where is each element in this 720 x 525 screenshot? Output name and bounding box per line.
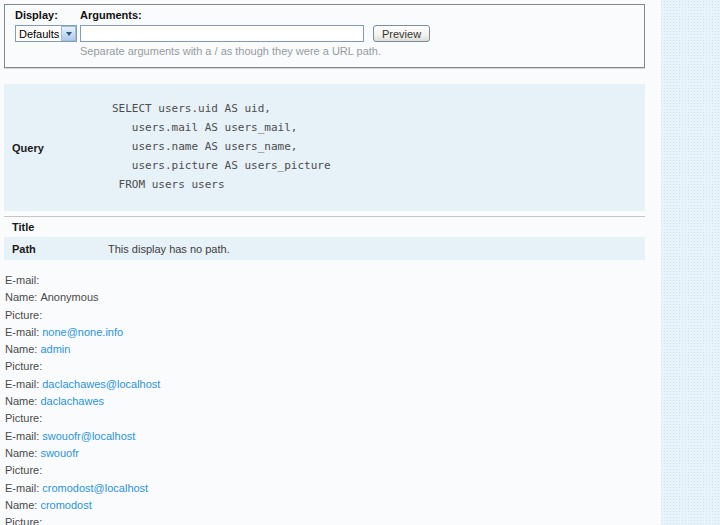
field-value: admin (40, 343, 70, 355)
field-row: Picture: (5, 358, 661, 375)
field-row: Name:daclachawes (5, 393, 661, 410)
field-label: Name: (5, 395, 37, 407)
preview-controls-fieldset: Display: Defaults Arguments: Preview Sep… (4, 4, 645, 68)
user-link[interactable]: none@none.info (42, 326, 123, 338)
query-label: Query (4, 84, 108, 211)
field-row: Picture: (5, 307, 661, 324)
user-link[interactable]: swouofr@localhost (42, 430, 135, 442)
user-link[interactable]: admin (40, 343, 70, 355)
field-label: E-mail: (5, 430, 39, 442)
field-label: E-mail: (5, 482, 39, 494)
arguments-label: Arguments: (80, 9, 639, 22)
field-row: Name:cromodost (5, 497, 661, 514)
display-select-value: Defaults (16, 28, 61, 40)
path-value: This display has no path. (108, 243, 230, 255)
path-label: Path (4, 243, 108, 255)
field-label: Picture: (5, 360, 42, 372)
query-sql: SELECT users.uid AS uid, users.mail AS u… (108, 84, 645, 211)
field-label: E-mail: (5, 326, 39, 338)
field-value: swouofr@localhost (42, 430, 135, 442)
field-label: Name: (5, 343, 37, 355)
field-row: E-mail:daclachawes@localhost (5, 376, 661, 393)
field-row: Name:admin (5, 341, 661, 358)
field-value: daclachawes (40, 395, 104, 407)
field-row: Picture: (5, 410, 661, 427)
user-link[interactable]: daclachawes@localhost (42, 378, 160, 390)
display-select[interactable]: Defaults (15, 25, 77, 42)
field-value: swouofr (40, 447, 79, 459)
chevron-down-icon[interactable] (61, 26, 76, 41)
field-row: Name:Anonymous (5, 289, 661, 306)
view-info-table: Query SELECT users.uid AS uid, users.mai… (4, 84, 645, 260)
user-link[interactable]: cromodost@localhost (42, 482, 148, 494)
field-row: Name:swouofr (5, 445, 661, 462)
field-row: E-mail:none@none.info (5, 324, 661, 341)
results-list: E-mail: Name:Anonymous Picture: E-mail:n… (5, 272, 661, 525)
field-label: Name: (5, 291, 37, 303)
field-label: Picture: (5, 412, 42, 424)
field-label: Name: (5, 447, 37, 459)
field-value: cromodost@localhost (42, 482, 148, 494)
field-row: E-mail:cromodost@localhost (5, 480, 661, 497)
field-value: none@none.info (42, 326, 123, 338)
field-label: Picture: (5, 464, 42, 476)
field-label: Picture: (5, 309, 42, 321)
path-row: Path This display has no path. (4, 237, 645, 260)
user-link[interactable]: cromodost (40, 499, 91, 511)
display-column: Display: Defaults (15, 9, 79, 42)
field-label: E-mail: (5, 378, 39, 390)
user-link[interactable]: daclachawes (40, 395, 104, 407)
field-label: E-mail: (5, 274, 39, 286)
field-row: Picture: (5, 462, 661, 479)
arguments-column: Arguments: Preview Separate arguments wi… (80, 9, 639, 57)
main-content: Display: Defaults Arguments: Preview Sep… (0, 0, 661, 525)
arguments-description: Separate arguments with a / as though th… (80, 45, 639, 57)
field-value: daclachawes@localhost (42, 378, 160, 390)
title-label: Title (4, 221, 108, 233)
field-row: E-mail:swouofr@localhost (5, 428, 661, 445)
user-link[interactable]: swouofr (40, 447, 79, 459)
field-value: cromodost (40, 499, 91, 511)
arguments-input[interactable] (80, 25, 364, 42)
field-row: E-mail: (5, 272, 661, 289)
field-label: Name: (5, 499, 37, 511)
display-label: Display: (15, 9, 79, 22)
title-row: Title (4, 216, 645, 237)
field-row: Picture: (5, 514, 661, 525)
field-value: Anonymous (40, 291, 98, 303)
preview-button[interactable]: Preview (373, 25, 430, 42)
field-label: Picture: (5, 516, 42, 525)
query-row: Query SELECT users.uid AS uid, users.mai… (4, 84, 645, 211)
